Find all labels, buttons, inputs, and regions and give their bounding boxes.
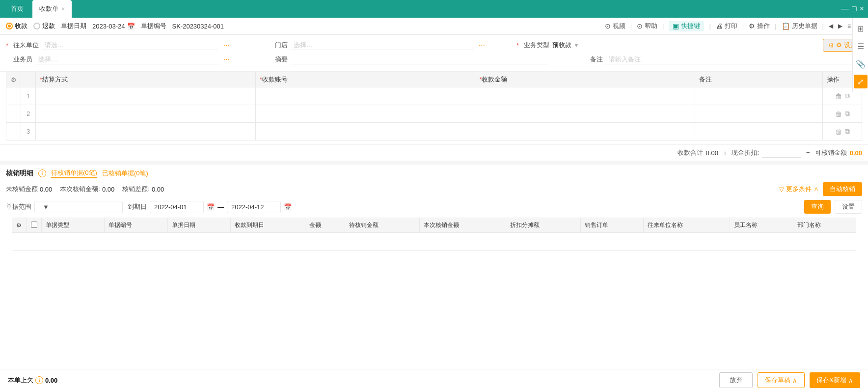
row2-copy-icon[interactable]: ⧉: [845, 110, 850, 118]
layout-prev-icon[interactable]: ◀: [829, 23, 833, 29]
duedate-from-input[interactable]: [150, 201, 204, 213]
tab-done[interactable]: 已核销单据(0笔): [102, 169, 148, 178]
settlement-col-header: *结算方式: [36, 72, 256, 87]
discount-item: 现金折扣:: [732, 148, 801, 158]
date-field: 2023-03-24 📅: [92, 23, 135, 30]
radio-tuikuan[interactable]: 退款: [33, 22, 55, 30]
verify-section: 核销明细 i 待核销单据(0笔) 已核销单据(0笔) 未核销金额 0.00 本次…: [0, 161, 868, 254]
verify-title: 核销明细: [6, 169, 33, 178]
more-cond-btn[interactable]: ▽ 更多条件 ∧: [779, 185, 819, 194]
row1-account[interactable]: [255, 87, 475, 105]
operate-label: 操作: [757, 22, 770, 30]
sidebar-table-icon[interactable]: ⊞: [854, 22, 868, 35]
maximize-icon[interactable]: □: [852, 4, 857, 13]
minimize-icon[interactable]: —: [841, 4, 849, 13]
shop-label: 门店: [261, 41, 288, 50]
summary-input[interactable]: [291, 55, 547, 64]
bottom-table-section: ⚙ 单据类型 单据编号 单据日期 收款到期日 金额 待核销金额 本次核销金额 折…: [6, 218, 862, 251]
btm-pending-header: 待核销金额: [345, 218, 420, 233]
btm-check-header[interactable]: [27, 218, 42, 233]
current-verify-label: 本次核销金额:: [60, 185, 100, 194]
btm-gear-header[interactable]: ⚙: [12, 218, 27, 233]
verifiable-item: 可核销金额 0.00: [815, 148, 862, 157]
save-new-btn[interactable]: 保存&新增 ∧: [810, 372, 860, 388]
row1-amount[interactable]: [475, 87, 695, 105]
row1-remark[interactable]: [695, 87, 823, 105]
range-field: 单据范围 ▼: [6, 201, 123, 213]
calendar-icon[interactable]: 📅: [127, 23, 135, 30]
video-btn[interactable]: ⊙ 视频: [605, 22, 625, 30]
query-btn[interactable]: 查询: [804, 200, 831, 214]
row3-num: 3: [21, 123, 36, 140]
verify-info-icon[interactable]: i: [38, 169, 46, 177]
row3-copy-icon[interactable]: ⧉: [845, 127, 850, 136]
duedate-to-input[interactable]: [227, 201, 281, 213]
biztype-field: * 业务类型 预收款 ▼: [516, 41, 579, 50]
layout-next-icon[interactable]: ▶: [838, 23, 842, 29]
row1-delete-icon[interactable]: 🗑: [835, 92, 842, 100]
row3-amount[interactable]: [475, 123, 695, 140]
row3-settlement[interactable]: [36, 123, 256, 140]
row2-remark[interactable]: [695, 105, 823, 123]
date-range-dash: —: [217, 203, 224, 211]
row2-settlement[interactable]: [36, 105, 256, 123]
radio-shoukuan[interactable]: 收款: [6, 22, 27, 30]
remark-input[interactable]: [606, 55, 862, 64]
sidebar-clip-icon[interactable]: 📎: [854, 57, 868, 71]
operate-btn[interactable]: ⚙ 操作: [749, 22, 770, 30]
close-tab-icon[interactable]: ×: [61, 0, 65, 18]
row3-account[interactable]: [255, 123, 475, 140]
staff-dots-btn[interactable]: ···: [221, 55, 232, 64]
gear-col-header[interactable]: ⚙: [6, 72, 21, 87]
row1-copy-icon[interactable]: ⧉: [845, 92, 850, 100]
verify-settings-btn[interactable]: 设置: [835, 200, 862, 214]
save-draft-label: 保存草稿: [765, 376, 790, 385]
collect-total-value: 0.00: [706, 149, 718, 157]
tab-pending[interactable]: 待核销单据(0笔): [51, 168, 97, 178]
range-select[interactable]: ▼: [34, 201, 123, 213]
abandon-btn[interactable]: 放弃: [719, 372, 753, 388]
row1-settlement[interactable]: [36, 87, 256, 105]
sidebar-list-icon[interactable]: ☰: [854, 39, 868, 53]
toolbar-row: 收款 退款 单据日期 2023-03-24 📅 单据编号 SK-20230324…: [0, 18, 868, 35]
duedate-from-calendar-icon[interactable]: 📅: [207, 203, 215, 211]
home-tab[interactable]: 首页: [4, 0, 30, 18]
btm-counterparty-header: 往来单位名称: [644, 218, 730, 233]
close-window-icon[interactable]: ×: [860, 4, 864, 13]
row2-account[interactable]: [255, 105, 475, 123]
radio-dot-tuikuan: [33, 23, 40, 29]
counterparty-field: * 往来单位 ···: [6, 40, 232, 50]
save-new-label: 保存&新增: [816, 376, 846, 385]
row3-remark[interactable]: [695, 123, 823, 140]
btm-date-header: 单据日期: [167, 218, 230, 233]
shop-dots-btn[interactable]: ···: [477, 41, 487, 50]
staff-input[interactable]: [35, 55, 218, 64]
biztype-chevron-icon: ▼: [573, 42, 579, 49]
history-btn[interactable]: 📋 历史单据: [782, 22, 817, 30]
select-all-checkbox[interactable]: [31, 222, 37, 228]
save-draft-btn[interactable]: 保存草稿 ∧: [758, 372, 805, 388]
date-value: 2023-03-24: [92, 23, 125, 30]
auto-verify-btn[interactable]: 自动核销: [823, 182, 862, 196]
help-btn[interactable]: ⊙ 帮助: [637, 22, 657, 30]
settings-gear-icon: ⚙: [828, 42, 834, 49]
shop-input[interactable]: [291, 40, 474, 50]
this-order-info-icon[interactable]: ℹ: [35, 376, 43, 384]
row2-delete-icon[interactable]: 🗑: [835, 110, 842, 118]
counterparty-input[interactable]: [42, 40, 218, 50]
print-btn[interactable]: 🖨 打印: [716, 22, 737, 30]
counterparty-dots-btn[interactable]: ···: [221, 41, 232, 50]
discount-input[interactable]: [762, 148, 801, 158]
form-section: * 往来单位 ··· 门店 ··· * 业务类型 预收款 ▼ ⚙: [0, 35, 868, 72]
main-content: 收款 退款 单据日期 2023-03-24 📅 单据编号 SK-20230324…: [0, 18, 868, 391]
active-tab[interactable]: 收款单 ×: [32, 0, 72, 18]
table-section: ⚙ *结算方式 *收款账号 *收款金额 备注 操作 1: [0, 72, 868, 144]
row3-delete-icon[interactable]: 🗑: [835, 128, 842, 136]
biztype-select[interactable]: 预收款 ▼: [552, 41, 579, 50]
duedate-to-calendar-icon[interactable]: 📅: [284, 203, 292, 211]
layout-list-icon[interactable]: ≡: [847, 23, 851, 29]
row2-amount[interactable]: [475, 105, 695, 123]
sidebar-expand-icon[interactable]: ⤢: [854, 75, 868, 88]
shop-field: 门店 ···: [261, 40, 487, 50]
shortcut-btn[interactable]: ▣ 快捷键: [669, 21, 704, 31]
